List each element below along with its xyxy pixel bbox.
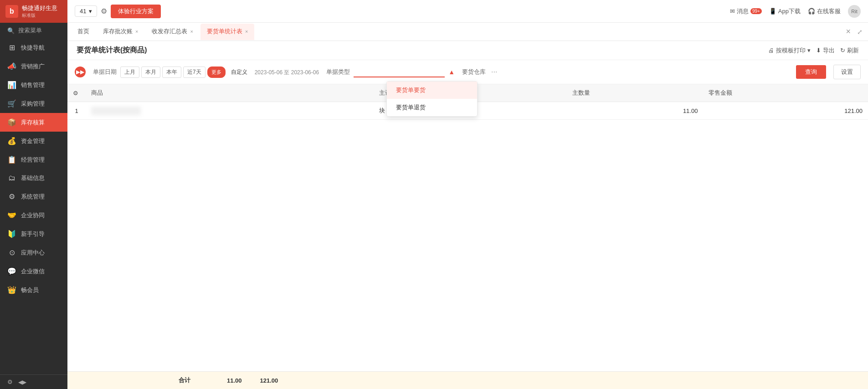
app-title: 畅捷通好生意 标准版: [22, 5, 57, 18]
col-product: 商品: [86, 84, 374, 102]
appstore-icon: ⊙: [7, 248, 16, 257]
sidebar-item-basic[interactable]: 🗂 基础信息: [0, 169, 67, 187]
sidebar-item-finance[interactable]: 💰 资金管理: [0, 132, 67, 150]
tab-close-batch[interactable]: ×: [135, 29, 138, 34]
export-button[interactable]: ⬇ 导出: [816, 46, 835, 55]
header-left: 41 ▾ ⚙ 体验行业方案: [75, 5, 723, 18]
curr-month-button[interactable]: 本月: [141, 67, 160, 78]
dropdown-item-order-goods[interactable]: 要货单要货: [387, 82, 477, 99]
custom-date-button[interactable]: 自定义: [227, 67, 251, 78]
sidebar-item-wechat[interactable]: 💬 企业微信: [0, 262, 67, 281]
trial-button[interactable]: 体验行业方案: [111, 5, 161, 18]
tab-close-all-button[interactable]: ×: [842, 27, 854, 36]
marketing-icon: 📣: [7, 62, 16, 71]
column-settings-icon: ⚙: [73, 90, 78, 97]
print-dropdown-icon: ▾: [807, 47, 811, 54]
quick-nav-icon: ⊞: [7, 43, 16, 52]
row-product: [86, 102, 374, 120]
header-right: ✉ 消息 99+ 📱 App下载 🎧 在线客服 Rit: [730, 5, 861, 18]
more-dates-button[interactable]: 更多: [207, 67, 226, 78]
more-filters-button[interactable]: ···: [491, 68, 497, 76]
table-footer: 合计 11.00 121.00: [67, 371, 868, 389]
footer-qty: 11.00: [218, 377, 251, 384]
sidebar-header: b 畅捷通好生意 标准版: [0, 0, 67, 23]
table-area: ⚙ 商品 主计量单位 主数量 零售金额 1: [67, 84, 868, 371]
sidebar-item-inventory[interactable]: 📦 库存核算: [0, 113, 67, 132]
sales-icon: 📊: [7, 81, 16, 89]
tab-recv-summary[interactable]: 收发存汇总表 ×: [145, 24, 199, 40]
row-amount: 121.00: [703, 102, 868, 120]
system-icon: ⚙: [7, 192, 16, 201]
tab-maximize-button[interactable]: ⤢: [855, 28, 864, 36]
sidebar-item-member[interactable]: 👑 畅会员: [0, 281, 67, 299]
sidebar-item-collab[interactable]: 🤝 企业协同: [0, 206, 67, 225]
date-filter-label: 单据日期: [93, 68, 117, 76]
sidebar-item-sales[interactable]: 📊 销售管理: [0, 76, 67, 94]
page-title-bar: 要货单统计表(按商品) 🖨 按模板打印 ▾ ⬇ 导出 ↻ 刷新: [67, 41, 868, 60]
page-title: 要货单统计表(按商品): [77, 46, 147, 55]
setting-button[interactable]: 设置: [833, 65, 861, 79]
settings-icon[interactable]: ⚙: [7, 379, 13, 385]
col-settings[interactable]: ⚙: [67, 84, 86, 102]
collab-icon: 🤝: [7, 211, 16, 220]
doc-type-dropdown-menu: 要货单要货 要货单退货: [386, 81, 478, 117]
guide-icon: 🔰: [7, 230, 16, 238]
date-range-display: 2023-05-06 至 2023-06-06: [255, 69, 319, 77]
sidebar-item-purchase[interactable]: 🛒 采购管理: [0, 94, 67, 113]
service-icon: 🎧: [808, 8, 815, 15]
message-icon: ✉: [730, 8, 735, 15]
doc-type-filter-group: 单据类型 ▲: [326, 67, 455, 77]
col-qty: 主数量: [567, 84, 704, 102]
export-icon: ⬇: [816, 47, 821, 54]
warehouse-label: 要货仓库: [462, 68, 486, 76]
doc-type-dropdown-arrow[interactable]: ▲: [448, 68, 455, 76]
sidebar-item-appstore[interactable]: ⊙ 应用中心: [0, 243, 67, 262]
tab-close-order[interactable]: ×: [245, 29, 248, 34]
tab-close-recv[interactable]: ×: [190, 29, 193, 34]
week7-button[interactable]: 近7天: [183, 67, 205, 78]
date-filter-group: 单据日期 上月 本月 本年 近7天 更多 自定义 2023-05-06 至 20…: [93, 67, 319, 78]
filter-expand-button[interactable]: ▶▶: [75, 67, 86, 77]
refresh-button[interactable]: ↻ 刷新: [840, 46, 859, 55]
page-actions: 🖨 按模板打印 ▾ ⬇ 导出 ↻ 刷新: [768, 46, 859, 55]
prev-month-button[interactable]: 上月: [120, 67, 139, 78]
page-inner: 要货单统计表(按商品) 🖨 按模板打印 ▾ ⬇ 导出 ↻ 刷新: [67, 41, 868, 389]
header-gear-button[interactable]: ⚙: [101, 7, 107, 15]
tab-batch-accounts[interactable]: 库存批次账 ×: [97, 24, 144, 40]
sidebar-item-business[interactable]: 📋 经营管理: [0, 150, 67, 169]
collapse-icon[interactable]: ◀▶: [18, 379, 26, 385]
doc-type-label: 单据类型: [326, 68, 350, 76]
sidebar-item-system[interactable]: ⚙ 系统管理: [0, 187, 67, 206]
sidebar-item-marketing[interactable]: 📣 营销推广: [0, 57, 67, 76]
footer-total-label: 合计: [73, 376, 190, 384]
date-buttons: 上月 本月 本年 近7天 更多 自定义: [120, 67, 251, 78]
app-download-button[interactable]: 📱 App下载: [769, 7, 801, 15]
query-button[interactable]: 查询: [796, 65, 826, 79]
app-logo: b: [5, 5, 18, 18]
doc-type-input[interactable]: [354, 67, 445, 77]
sidebar-item-quick-nav[interactable]: ⊞ 快捷导航: [0, 38, 67, 57]
col-amount: 零售金额: [703, 84, 868, 102]
tabs-bar: 首页 库存批次账 × 收发存汇总表 × 要货单统计表 × × ⤢: [67, 23, 868, 41]
sidebar-nav: ⊞ 快捷导航 📣 营销推广 📊 销售管理 🛒 采购管理 📦 库存核算 💰 资金管…: [0, 38, 67, 374]
dropdown-item-order-return[interactable]: 要货单退货: [387, 99, 477, 116]
business-icon: 📋: [7, 155, 16, 164]
tab-home[interactable]: 首页: [71, 24, 96, 40]
sidebar-search[interactable]: 🔍 搜索菜单: [0, 23, 67, 38]
user-avatar[interactable]: Rit: [848, 5, 861, 18]
message-button[interactable]: ✉ 消息 99+: [730, 7, 762, 15]
inventory-icon: 📦: [7, 118, 16, 127]
curr-year-button[interactable]: 本年: [162, 67, 181, 78]
print-icon: 🖨: [768, 47, 774, 54]
wechat-icon: 💬: [7, 267, 16, 276]
search-icon: 🔍: [7, 27, 15, 34]
tab-order-stats[interactable]: 要货单统计表 ×: [200, 24, 254, 40]
warehouse-filter-group: 要货仓库 ···: [462, 68, 497, 76]
member-icon: 👑: [7, 286, 16, 294]
finance-icon: 💰: [7, 137, 16, 145]
download-icon: 📱: [769, 8, 776, 15]
store-selector[interactable]: 41 ▾: [75, 5, 97, 17]
print-template-button[interactable]: 🖨 按模板打印 ▾: [768, 46, 811, 55]
online-service-button[interactable]: 🎧 在线客服: [808, 7, 841, 15]
sidebar-item-guide[interactable]: 🔰 新手引导: [0, 225, 67, 243]
